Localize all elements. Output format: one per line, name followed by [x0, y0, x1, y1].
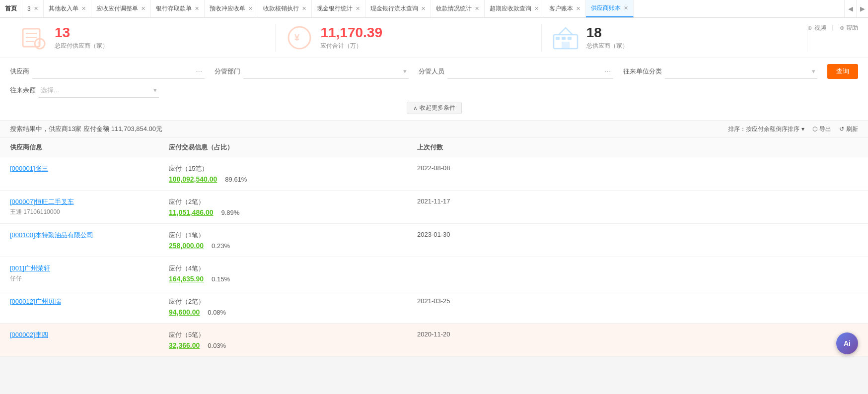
- nav-tab-3-close[interactable]: ✕: [34, 5, 38, 12]
- nav-tab-collect-verify[interactable]: 收款核销执行 ✕: [258, 0, 312, 17]
- nav-tab-bank-deposit-label: 银行存取款单: [156, 4, 192, 13]
- nav-tab-collect-verify-close[interactable]: ✕: [302, 5, 306, 12]
- result-sort[interactable]: 排序：按应付余额倒序排序 ▾: [728, 125, 804, 133]
- nav-tab-cash-bank-stat-label: 现金银行统计: [317, 4, 353, 13]
- transaction-count: 应付（2笔）: [169, 297, 417, 306]
- transaction-amount[interactable]: 11,051,486.00: [169, 208, 214, 216]
- filter-category-arrow: ▾: [812, 67, 815, 75]
- export-label: 导出: [819, 125, 831, 133]
- transaction-pct: 0.08%: [208, 309, 226, 316]
- nav-tab-customer-book-label: 客户账本: [549, 4, 573, 13]
- filter-dept-select[interactable]: ▾: [243, 64, 409, 79]
- stat-label-total-supplier: 总供应商（家）: [586, 42, 628, 50]
- nav-tab-cash-bank-stat[interactable]: 现金银行统计 ✕: [312, 0, 365, 17]
- supplier-cell: [000007]恒旺二手叉车 王通 17106110000: [10, 197, 169, 216]
- nav-tab-customer-book[interactable]: 客户账本 ✕: [544, 0, 586, 17]
- nav-tab-cash-bank-stat-close[interactable]: ✕: [356, 5, 360, 12]
- export-button[interactable]: ⬡ 导出: [812, 125, 831, 133]
- nav-tab-other-income[interactable]: 其他收入单 ✕: [44, 0, 91, 17]
- filter-area: 供应商 ··· 分管部门 ▾ 分管人员 ··· 往来单位分类 ▾: [0, 58, 868, 121]
- filter-balance-select[interactable]: 选择... ▾: [39, 83, 159, 98]
- help-video-link[interactable]: ⊙ 视频: [807, 24, 826, 32]
- stat-number-payable-total: 11,170.39: [320, 26, 382, 40]
- nav-tab-overdue-ar-close[interactable]: ✕: [534, 5, 539, 12]
- transaction-amount[interactable]: 94,600.00: [169, 308, 200, 316]
- stat-info-total-supplier: 18 总供应商（家）: [586, 26, 628, 50]
- nav-tab-overdue-ar[interactable]: 超期应收款查询 ✕: [485, 0, 544, 17]
- last-pay-date: 2021-03-25: [417, 297, 450, 305]
- filter-dept: 分管部门 ▾: [215, 64, 409, 79]
- filter-person-input-wrap: ···: [447, 64, 613, 79]
- payable-total-icon: ¥: [286, 24, 313, 52]
- supplier-cell: [000012]广州贝瑞: [10, 297, 169, 306]
- transaction-amount[interactable]: 164,635.90: [169, 275, 204, 283]
- nav-tab-prepay[interactable]: 预收冲应收单 ✕: [205, 0, 258, 17]
- supplier-cell: [001]广州荣轩 仔仔: [10, 264, 169, 283]
- supplier-link[interactable]: [000002]李四: [10, 331, 48, 338]
- nav-tab-supplier-book-close[interactable]: ✕: [624, 5, 628, 11]
- nav-tab-collect-stat-close[interactable]: ✕: [475, 5, 479, 12]
- nav-tab-collect-verify-label: 收款核销执行: [263, 4, 299, 13]
- transaction-cell: 应付（2笔） 94,600.00 0.08%: [169, 297, 417, 316]
- filter-dept-label: 分管部门: [215, 67, 240, 76]
- nav-tab-cash-bank-flow-close[interactable]: ✕: [421, 5, 426, 12]
- supplier-link[interactable]: [001]广州荣轩: [10, 264, 50, 272]
- stat-block-supplier-payable: ¥ 13 总应付供应商（家）: [10, 24, 276, 52]
- result-bar: 搜索结果中，供应商13家 应付金额 111,703,854.00元 排序：按应付…: [0, 121, 868, 138]
- filter-row-2: 往来余额 选择... ▾: [10, 83, 858, 98]
- filter-person: 分管人员 ···: [419, 64, 613, 79]
- supplier-link[interactable]: [000100]本特勤油品有限公司: [10, 231, 93, 239]
- nav-arrow-left[interactable]: ◀: [844, 0, 856, 18]
- query-button[interactable]: 查询: [827, 64, 858, 79]
- nav-tab-supplier-book-label: 供应商账本: [591, 4, 621, 12]
- transaction-cell: 应付（15笔） 100,092,540.00 89.61%: [169, 164, 417, 183]
- nav-tab-other-income-close[interactable]: ✕: [81, 5, 86, 12]
- nav-tab-cash-bank-flow[interactable]: 现金银行流水查询 ✕: [365, 0, 431, 17]
- supplier-payable-icon: ¥: [20, 24, 48, 52]
- collapse-button[interactable]: ∧ 收起更多条件: [407, 102, 462, 114]
- nav-tab-overdue-ar-label: 超期应收款查询: [490, 4, 531, 13]
- transaction-amount[interactable]: 258,000.00: [169, 242, 204, 250]
- stat-number-total-supplier: 18: [586, 26, 628, 40]
- filter-category: 往来单位分类 ▾: [623, 64, 818, 79]
- nav-tab-home[interactable]: 首页: [0, 0, 22, 17]
- nav-arrow-right[interactable]: ▶: [856, 0, 868, 18]
- transaction-amount[interactable]: 32,366.00: [169, 341, 200, 349]
- stat-block-payable-total: ¥ 11,170.39 应付合计（万）: [276, 24, 541, 52]
- filter-supplier-dots[interactable]: ···: [196, 67, 202, 76]
- filter-balance-arrow: ▾: [153, 86, 157, 94]
- nav-tab-supplier-book[interactable]: 供应商账本 ✕: [586, 0, 634, 17]
- nav-tab-prepay-label: 预收冲应收单: [210, 4, 245, 13]
- svg-rect-11: [568, 37, 572, 40]
- svg-rect-12: [562, 42, 570, 49]
- supplier-link[interactable]: [000007]恒旺二手叉车: [10, 198, 74, 205]
- transaction-pct: 0.03%: [208, 342, 226, 349]
- refresh-button[interactable]: ↺ 刷新: [839, 125, 858, 133]
- supplier-link[interactable]: [000001]张三: [10, 165, 48, 172]
- sort-chevron-icon: ▾: [801, 126, 804, 132]
- filter-supplier: 供应商 ···: [10, 64, 205, 79]
- nav-tab-ar-ap-adjust[interactable]: 应收应付调整单 ✕: [91, 0, 151, 17]
- transaction-row: 94,600.00 0.08%: [169, 308, 417, 316]
- filter-person-input[interactable]: [449, 64, 604, 79]
- total-supplier-icon: [552, 24, 579, 52]
- nav-tab-collect-stat[interactable]: 收款情况统计 ✕: [431, 0, 485, 17]
- nav-tab-bank-deposit[interactable]: 银行存取款单 ✕: [151, 0, 205, 17]
- transaction-count: 应付（5笔）: [169, 330, 417, 339]
- nav-tab-ar-ap-adjust-close[interactable]: ✕: [141, 5, 145, 12]
- transaction-amount[interactable]: 100,092,540.00: [169, 175, 217, 183]
- nav-tab-prepay-close[interactable]: ✕: [248, 5, 253, 12]
- transaction-count: 应付（2笔）: [169, 197, 417, 206]
- filter-person-dots[interactable]: ···: [604, 67, 611, 76]
- help-text-link[interactable]: ⊙ 帮助: [840, 24, 858, 32]
- supplier-link[interactable]: [000012]广州贝瑞: [10, 298, 61, 305]
- nav-tab-customer-book-close[interactable]: ✕: [576, 5, 580, 12]
- filter-balance-value: 选择...: [41, 86, 59, 95]
- ai-badge[interactable]: Ai: [836, 332, 858, 354]
- nav-tab-3[interactable]: 3 ✕: [22, 0, 44, 17]
- filter-category-select[interactable]: ▾: [665, 64, 818, 79]
- nav-tab-bank-deposit-close[interactable]: ✕: [195, 5, 199, 12]
- nav-tab-home-label: 首页: [5, 4, 17, 13]
- filter-supplier-input[interactable]: [34, 64, 196, 79]
- stat-info-supplier-payable: 13 总应付供应商（家）: [55, 26, 108, 50]
